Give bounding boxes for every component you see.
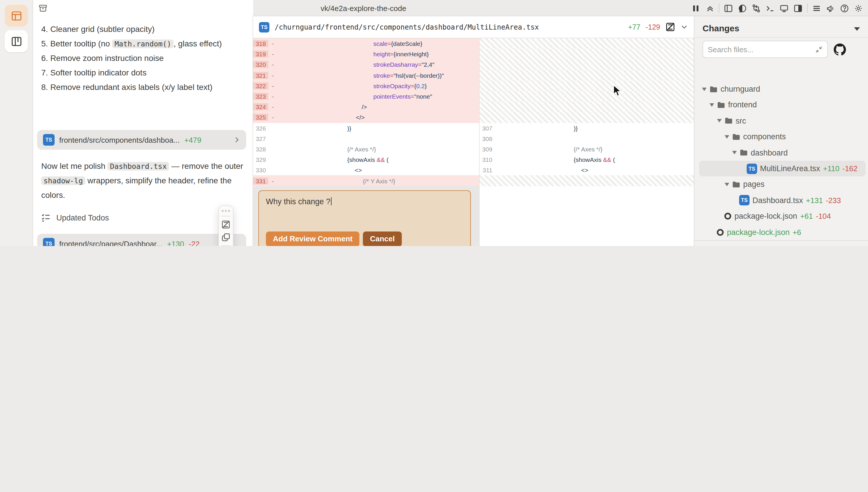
line-number: 329 — [253, 156, 268, 163]
drag-handle-icon[interactable] — [221, 210, 231, 212]
diff-filler-row[interactable] — [479, 81, 694, 91]
caret-down-icon[interactable] — [725, 135, 729, 139]
diff-code-row[interactable]: 308 — [479, 133, 694, 144]
diff-filler-row[interactable] — [479, 175, 694, 186]
help-icon[interactable] — [840, 3, 849, 13]
text-segment: 8. Remove redundant axis labels (x/y lab… — [41, 82, 212, 92]
floating-toolbar[interactable] — [218, 205, 233, 246]
chevron-down-icon[interactable] — [854, 27, 860, 32]
git-compare-icon[interactable] — [751, 3, 761, 13]
review-comment-input[interactable]: Why this change ? — [266, 197, 463, 206]
file-chip[interactable]: TSfrontend/src/pages/Dashboar...+130-22 — [37, 234, 246, 246]
text-segment: 4. Cleaner grid (subtler opacity) — [41, 24, 155, 34]
file-chip[interactable]: TSfrontend/src/components/dashboa...+479 — [37, 130, 246, 150]
collapse-inward-icon[interactable] — [815, 46, 823, 53]
caret-down-icon[interactable] — [717, 119, 722, 123]
diff-blank-region — [479, 186, 694, 246]
diff-filler-row[interactable] — [479, 59, 694, 70]
diff-code-row[interactable]: 319-height={innerHeight} — [253, 49, 479, 59]
divider — [221, 216, 231, 216]
updated-todos-row[interactable]: Updated Todos — [41, 211, 246, 224]
diff-code-row[interactable]: 329{showAxis && ( — [253, 154, 479, 165]
text-caret — [331, 197, 331, 205]
megaphone-icon[interactable] — [826, 3, 836, 13]
diff-code-row[interactable]: 326)} — [253, 123, 479, 133]
chevron-down-icon[interactable] — [680, 23, 688, 31]
panel-right-icon[interactable] — [793, 3, 803, 13]
diff-filler-row[interactable] — [479, 38, 694, 49]
diff-code-row[interactable]: 310{showAxis && ( — [479, 154, 694, 165]
pause-icon[interactable] — [691, 3, 701, 13]
todo-item: 8. Remove redundant axis labels (x/y lab… — [41, 80, 245, 95]
caret-down-icon[interactable] — [732, 151, 737, 154]
line-number: 322 — [253, 82, 268, 89]
terminal-icon[interactable] — [765, 3, 775, 13]
caret-down-icon[interactable] — [702, 87, 707, 91]
diff-file-header: TS /churnguard/frontend/src/components/d… — [253, 16, 694, 38]
diff-code-row[interactable]: 318-scale={dateScale} — [253, 38, 479, 49]
menu-icon[interactable] — [812, 3, 822, 13]
diff-code-row[interactable]: 328{/* Axes */} — [253, 144, 479, 154]
diff-filler-row[interactable] — [479, 91, 694, 101]
code-text: {/* Y Axis */} — [278, 177, 479, 184]
file-additions: +61 — [800, 212, 813, 220]
github-octocat-icon[interactable] — [834, 44, 846, 56]
diff-code-row[interactable]: 320-strokeDasharray="2,4" — [253, 59, 479, 70]
ts-file-icon: TS — [747, 163, 757, 174]
diff-code-row[interactable]: 311<> — [479, 165, 694, 175]
tree-item-package-lock-json[interactable]: package-lock.json+6 — [699, 224, 866, 240]
review-comment-box[interactable]: Why this change ?Add Review CommentCance… — [258, 190, 471, 246]
tree-item-dashboard[interactable]: dashboard — [699, 145, 866, 161]
diff-code-row[interactable]: 330<> — [253, 165, 479, 175]
tree-item-dashboard-tsx[interactable]: TSDashboard.tsx+131-233 — [699, 193, 866, 208]
add-review-comment-button[interactable]: Add Review Comment — [266, 231, 360, 246]
diff-filler-row[interactable] — [479, 101, 694, 112]
diff-pane-new[interactable]: 307)}308309{/* Axes */}310{showAxis && (… — [479, 38, 694, 246]
tree-item-src[interactable]: src — [699, 113, 866, 129]
caret-down-icon[interactable] — [709, 103, 714, 107]
chip-deletions: -22 — [189, 239, 200, 246]
diff-code-row[interactable]: 327 — [253, 133, 479, 144]
diff-filler-row[interactable] — [479, 112, 694, 123]
tree-item-pages[interactable]: pages — [699, 177, 866, 192]
tree-item-multilinearea-tsx[interactable]: TSMultiLineArea.tsx+110-162 — [699, 161, 866, 176]
panel-left-icon[interactable] — [723, 3, 733, 13]
tree-item-frontend[interactable]: frontend — [699, 97, 866, 113]
zed-icon[interactable] — [665, 22, 675, 32]
diff-code-row[interactable]: 307)} — [479, 123, 694, 133]
diff-pane-old[interactable]: 318-scale={dateScale}319-height={innerHe… — [253, 38, 479, 246]
monitor-icon[interactable] — [779, 3, 789, 13]
diff-filler-row[interactable] — [479, 49, 694, 59]
sidebar-item-chat-layout[interactable] — [5, 5, 28, 27]
cancel-button[interactable]: Cancel — [363, 231, 402, 246]
tree-item-components[interactable]: components — [699, 129, 866, 145]
archive-icon[interactable] — [38, 3, 48, 13]
diff-sign: - — [268, 93, 278, 100]
line-number: 319 — [253, 51, 268, 58]
code-text: pointerEvents="none" — [278, 93, 479, 100]
copy-icon[interactable] — [221, 233, 231, 242]
zed-icon[interactable] — [221, 220, 231, 229]
tree-item-label: components — [743, 132, 786, 141]
diff-code-row[interactable]: 321-stroke="hsl(var(--border))" — [253, 70, 479, 80]
settings-gear-icon[interactable] — [853, 3, 863, 13]
diff-code-row[interactable]: 323-pointerEvents="none" — [253, 91, 479, 101]
tree-item-package-lock-json[interactable]: package-lock.json+61-104 — [699, 208, 866, 224]
collapse-up-icon[interactable] — [705, 3, 715, 13]
diff-code-row[interactable]: 324-/> — [253, 101, 479, 112]
code-text: <> — [504, 167, 694, 174]
caret-down-icon[interactable] — [725, 183, 729, 186]
diff-code-row[interactable]: 331-{/* Y Axis */} — [253, 175, 479, 186]
diff-code-row[interactable]: 325-</> — [253, 112, 479, 123]
diff-code-row[interactable]: 309{/* Axes */} — [479, 144, 694, 154]
tree-item-churnguard[interactable]: churnguard — [699, 81, 866, 97]
notification-bubble-icon[interactable] — [737, 3, 747, 13]
text-segment: Now let me polish — [41, 161, 108, 171]
line-number: 324 — [253, 103, 268, 110]
chevron-right-icon[interactable] — [233, 136, 240, 143]
sidebar-item-kanban[interactable] — [5, 30, 28, 52]
search-input[interactable]: Search files... — [703, 41, 828, 58]
diff-code-row[interactable]: 322-strokeOpacity={0.2} — [253, 81, 479, 91]
folder-icon — [732, 181, 740, 188]
diff-filler-row[interactable] — [479, 70, 694, 80]
